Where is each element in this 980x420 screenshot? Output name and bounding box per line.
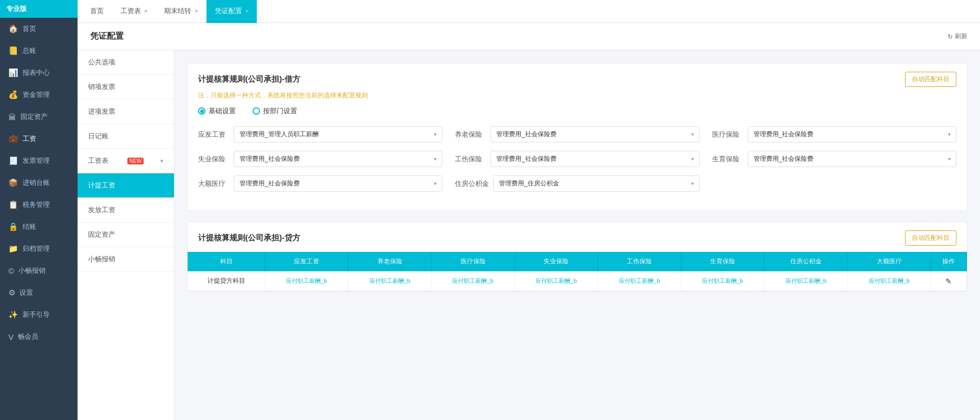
- debit-housing-select[interactable]: 管理费用_住房公积金 ▾: [493, 175, 699, 192]
- tab-payroll-close[interactable]: ×: [144, 8, 147, 14]
- debit-pension-select[interactable]: 管理费用_社会保险费 ▾: [491, 126, 699, 142]
- sidebar-item-xiaocha-expense[interactable]: © 小畅报销: [0, 260, 78, 282]
- debit-maternity-select[interactable]: 管理费用_社会保险费 ▾: [748, 151, 956, 167]
- left-nav-journal[interactable]: 日记账: [78, 124, 174, 149]
- sidebar-item-home[interactable]: 🏠 首页: [0, 18, 78, 40]
- sidebar-item-salary[interactable]: 💼 工资: [0, 128, 78, 150]
- refresh-button[interactable]: ↻ 刷新: [948, 32, 967, 41]
- sidebar-item-member[interactable]: V 畅会员: [0, 326, 78, 348]
- col-header-subject: 科目: [188, 252, 265, 271]
- debit-injury-select[interactable]: 管理费用_社会保险费 ▾: [491, 151, 699, 167]
- col-header-unemployment: 失业保险: [515, 252, 598, 271]
- member-icon: V: [8, 333, 14, 341]
- tab-voucher-config-close[interactable]: ×: [245, 8, 248, 14]
- radio-basic-circle: [198, 107, 205, 115]
- sidebar-item-reports[interactable]: 📊 报表中心: [0, 62, 78, 84]
- left-nav-purchase-invoice[interactable]: 进项发票: [78, 100, 174, 124]
- td-major-medical-value: 应付职工薪酬_b: [869, 278, 910, 284]
- sidebar-item-funds[interactable]: 💰 资金管理: [0, 84, 78, 106]
- debit-pension-chevron-icon: ▾: [691, 131, 694, 137]
- sidebar-item-settings[interactable]: ⚙ 设置: [0, 282, 78, 304]
- invoice-icon: 🧾: [8, 156, 18, 165]
- sidebar-item-ledger[interactable]: 📒 总账: [0, 40, 78, 62]
- td-action[interactable]: ✎: [931, 271, 966, 291]
- col-header-maternity: 生育保险: [681, 252, 765, 271]
- tab-period[interactable]: 期末结转 ×: [156, 0, 206, 23]
- debit-form-item-salary: 应发工资 管理费用_管理人员职工薪酬 ▾: [198, 126, 442, 142]
- debit-warning: 注：只能选择一种方式，系统将按照您当前的选择来配置规则: [188, 87, 967, 100]
- credit-table-section: 科目 应发工资 养老保险 医疗保险 失业保险 工伤保险 生育保险 住房公积金 大…: [188, 252, 967, 291]
- debit-form-item-major-medical: 大额医疗 管理费用_社会保险费 ▾: [198, 175, 442, 192]
- page-header: 凭证配置 ↻ 刷新: [78, 23, 980, 50]
- guide-icon: ✨: [8, 310, 18, 319]
- debit-section: 计提核算规则(公司承担)-借方 自动匹配科目 注：只能选择一种方式，系统将按照您…: [187, 63, 967, 211]
- debit-medical-chevron-icon: ▾: [948, 131, 951, 137]
- col-header-medical: 医疗保险: [431, 252, 515, 271]
- sidebar-item-guide[interactable]: ✨ 新手引导: [0, 304, 78, 326]
- debit-unemployment-select[interactable]: 管理费用_社会保险费 ▾: [234, 151, 442, 167]
- sidebar-item-tax[interactable]: 📋 税务管理: [0, 194, 78, 216]
- sidebar-item-invoice[interactable]: 🧾 发票管理: [0, 150, 78, 172]
- left-nav: 公共选项 销项发票 进项发票 日记账 工资表 NEW ▾ 计提工资 发放工资: [78, 50, 175, 420]
- debit-form-item-maternity: 生育保险 管理费用_社会保险费 ▾: [712, 151, 956, 167]
- debit-form-item-injury: 工伤保险 管理费用_社会保险费 ▾: [455, 151, 699, 167]
- left-nav-payroll-table[interactable]: 工资表 NEW ▾: [78, 149, 174, 173]
- tab-period-close[interactable]: ×: [194, 8, 198, 14]
- debit-major-medical-chevron-icon: ▾: [434, 181, 437, 186]
- debit-major-medical-label: 大额医疗: [198, 179, 230, 189]
- debit-form-item-medical: 医疗保险 管理费用_社会保险费 ▾: [712, 126, 956, 142]
- left-nav-xiaocha-expense[interactable]: 小畅报销: [78, 247, 174, 272]
- tab-payroll[interactable]: 工资表 ×: [112, 0, 156, 23]
- tab-home[interactable]: 首页: [82, 0, 112, 23]
- ledger-icon: 📒: [8, 46, 18, 56]
- left-nav-pay-salary[interactable]: 发放工资: [78, 198, 174, 223]
- debit-form-row-1: 应发工资 管理费用_管理人员职工薪酬 ▾ 养老保险 管理费用_社会保险费 ▾: [198, 126, 956, 142]
- debit-maternity-label: 生育保险: [712, 154, 744, 164]
- tab-voucher-config[interactable]: 凭证配置 ×: [206, 0, 257, 23]
- debit-form-item-unemployment: 失业保险 管理费用_社会保险费 ▾: [198, 151, 442, 167]
- sidebar: 专业版 🏠 首页 📒 总账 📊 报表中心 💰 资金管理 🏛 固定资产 💼 工资 …: [0, 0, 78, 420]
- td-salary-value: 应付职工薪酬_b: [286, 278, 327, 284]
- left-nav-fixed-assets[interactable]: 固定资产: [78, 223, 174, 247]
- col-header-injury: 工伤保险: [598, 252, 681, 271]
- debit-salary-select[interactable]: 管理费用_管理人员职工薪酬 ▾: [234, 126, 442, 142]
- credit-auto-match-button[interactable]: 自动匹配科目: [905, 230, 956, 246]
- edit-icon[interactable]: ✎: [945, 277, 952, 285]
- debit-form-grid: 应发工资 管理费用_管理人员职工薪酬 ▾ 养老保险 管理费用_社会保险费 ▾: [188, 122, 967, 211]
- left-nav-calc-salary[interactable]: 计提工资: [78, 173, 174, 198]
- td-major-medical: 应付职工薪酬_b: [847, 271, 931, 291]
- debit-auto-match-button[interactable]: 自动匹配科目: [905, 72, 956, 87]
- debit-salary-value: 管理费用_管理人员职工薪酬: [239, 130, 319, 139]
- radio-basic[interactable]: 基础设置: [198, 106, 236, 116]
- col-header-housing: 住房公积金: [764, 252, 847, 271]
- debit-salary-label: 应发工资: [198, 130, 230, 139]
- debit-medical-value: 管理费用_社会保险费: [754, 130, 814, 139]
- debit-major-medical-select[interactable]: 管理费用_社会保险费 ▾: [234, 175, 442, 192]
- sidebar-item-inventory[interactable]: 📦 进销台账: [0, 172, 78, 194]
- main-area: 首页 工资表 × 期末结转 × 凭证配置 × 凭证配置 ↻ 刷新 公共选项: [78, 0, 980, 420]
- col-header-pension: 养老保险: [348, 252, 431, 271]
- sidebar-item-assets[interactable]: 🏛 固定资产: [0, 106, 78, 128]
- td-maternity-value: 应付职工薪酬_b: [702, 278, 743, 284]
- col-header-action: 操作: [931, 252, 966, 271]
- left-nav-public[interactable]: 公共选项: [78, 50, 174, 75]
- td-medical: 应付职工薪酬_b: [431, 271, 515, 291]
- radio-dept-circle: [253, 107, 260, 115]
- td-maternity: 应付职工薪酬_b: [681, 271, 765, 291]
- debit-section-header: 计提核算规则(公司承担)-借方 自动匹配科目: [188, 63, 967, 87]
- debit-medical-select[interactable]: 管理费用_社会保险费 ▾: [748, 126, 956, 142]
- td-unemployment-value: 应付职工薪酬_b: [536, 278, 576, 284]
- left-nav-sales-invoice[interactable]: 销项发票: [78, 75, 174, 100]
- td-injury: 应付职工薪酬_b: [598, 271, 681, 291]
- radio-dept-label: 按部门设置: [263, 106, 297, 116]
- td-subject: 计提贷方科目: [188, 271, 265, 291]
- debit-pension-value: 管理费用_社会保险费: [496, 130, 557, 139]
- debit-unemployment-value: 管理费用_社会保险费: [239, 154, 300, 163]
- sidebar-item-archive[interactable]: 📁 归档管理: [0, 238, 78, 260]
- debit-housing-chevron-icon: ▾: [691, 181, 694, 186]
- radio-dept[interactable]: 按部门设置: [253, 106, 297, 116]
- debit-form-row-3: 大额医疗 管理费用_社会保险费 ▾ 住房公积金 管理费用_住房公积金 ▾: [198, 175, 956, 192]
- reports-icon: 📊: [8, 68, 18, 78]
- funds-icon: 💰: [8, 90, 18, 100]
- sidebar-item-closing[interactable]: 🔒 结账: [0, 216, 78, 238]
